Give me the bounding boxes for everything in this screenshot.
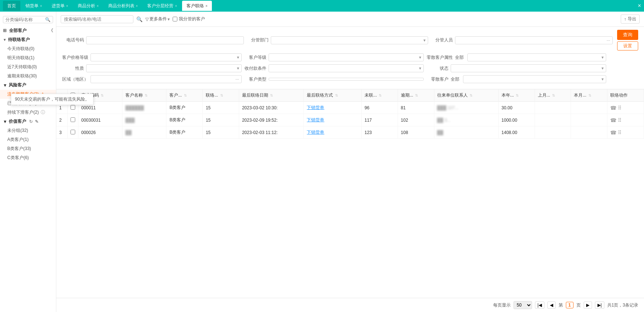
more-action-icon[interactable]: ⠿ [618,117,621,123]
nav-tab-sales[interactable]: 销货单 × [21,1,47,11]
contact-action-icon[interactable]: ☎ [610,105,616,111]
filter-status-label: 状态 [427,65,448,72]
filter-gender-select[interactable]: ▾ [86,64,242,72]
sort-icon[interactable]: ⇅ [415,93,418,97]
settings-button[interactable]: 设置 [617,41,638,50]
close-icon[interactable]: × [66,4,68,8]
more-conditions-button[interactable]: ▽ 更多条件 ▾ [145,16,170,22]
filter-status-select[interactable]: ▾ [451,64,606,72]
current-page: 1 [566,302,573,308]
sidebar-item-unclassified[interactable]: 未分组(32) [0,126,56,135]
cell-last-method[interactable]: 下销货单 [304,114,362,126]
contact-method-link[interactable]: 下销货单 [307,130,324,135]
sidebar-item-class-c[interactable]: C类客户(6) [0,153,56,162]
sidebar-risk-title[interactable]: ▼ 风险客户 [0,81,56,90]
filter-customer-type-select[interactable] [269,78,424,81]
filter-manager: 分管人员 ··· [431,36,613,44]
my-customers-checkbox[interactable] [173,17,177,21]
sidebar-search-box[interactable]: 🔍 [3,16,53,23]
filter-zero-customer-select[interactable]: ▾ [463,75,606,83]
search-button[interactable]: 🔍 [136,16,142,22]
window-close-button[interactable]: × [638,3,641,9]
contact-action-icon[interactable]: ☎ [610,117,616,123]
export-button[interactable]: ↑ 导出 [621,15,640,24]
filter-customer-level-select[interactable]: ▾ [269,53,424,61]
filter-phone-input[interactable] [86,36,244,44]
search-input-wrapper[interactable] [61,15,133,23]
search-input[interactable] [64,17,130,22]
next-page-button[interactable]: ▶ [584,301,592,309]
sort-icon[interactable]: ⇅ [379,93,382,97]
row-checkbox[interactable] [71,105,75,110]
filter-region-input[interactable]: ··· [90,75,242,83]
nav-tab-analysis[interactable]: 商品分析 × [73,1,103,11]
filter-price-level-select[interactable]: ▾ [90,53,242,61]
edit-icon[interactable]: ✎ [35,119,39,124]
sort-icon[interactable]: ⇅ [145,93,148,97]
nav-tab-customer-tier[interactable]: 客户分层经营 × [143,1,181,11]
sidebar-item-declining[interactable]: 持续下滑客户(2) ⓘ [0,108,56,117]
close-icon[interactable]: × [40,4,42,8]
cell-action: ☎ ⠿ [607,102,644,114]
close-icon[interactable]: × [136,4,138,8]
sort-icon[interactable]: ⇅ [552,93,555,97]
cell-action: ☎ ⠿ [607,126,644,139]
sidebar-item-overdue[interactable]: 逾期未联络(30) [0,72,56,81]
sidebar-value-title[interactable]: ▼ 价值客户 ↻ ✎ [0,117,56,126]
sort-icon[interactable]: ⇅ [516,93,519,97]
sort-icon[interactable]: ⇅ [101,93,104,97]
sidebar-pending-contact-title[interactable]: ▼ 待联络客户 [0,35,56,44]
nav-tab-purchase[interactable]: 进货单 × [47,1,73,11]
more-action-icon[interactable]: ⠿ [618,105,621,111]
more-action-icon[interactable]: ⠿ [618,130,621,135]
cell-index: 2 [56,114,67,126]
nav-tab-customer-contact[interactable]: 客户联络 × [182,1,212,11]
sort-icon[interactable]: ⇅ [470,93,472,97]
contact-method-link[interactable]: 下销货单 [307,105,324,110]
per-page-select[interactable]: 50 100 200 [514,301,532,309]
nav-tab-analysis-list[interactable]: 商品分析列表 × [104,1,142,11]
sort-icon[interactable]: ⇅ [184,93,187,97]
sort-icon[interactable]: ⇅ [588,93,591,97]
filter-row-1: 电话号码 分管部门 ▾ 分管人员 ··· 查询 [62,30,638,50]
close-icon[interactable]: × [205,4,208,8]
cell-this-year: 1000.00 [498,114,535,126]
sidebar-item-class-b[interactable]: B类客户(33) [0,144,56,153]
my-customers-filter[interactable]: 我分管的客户 [173,16,205,22]
query-button[interactable]: 查询 [617,30,638,40]
cell-last-method[interactable]: 下销货单 [304,126,362,139]
sidebar-item-today[interactable]: 今天待联络(0) [0,44,56,53]
close-icon[interactable]: × [175,4,177,8]
cell-last-method[interactable]: 下销货单 [304,102,362,114]
sort-icon[interactable]: ⇅ [270,93,273,97]
filter-dept-select[interactable]: ▾ [271,36,428,44]
last-page-button[interactable]: ▶| [595,301,604,309]
filter-manager-input[interactable]: ··· [455,36,613,44]
filter-zero-attr-select[interactable]: ▾ [467,53,606,61]
contact-action-icon[interactable]: ☎ [610,130,616,135]
sidebar-all-customers[interactable]: ⊞ 全部客户 《 [0,26,56,35]
cell-checkbox[interactable] [67,114,78,126]
cell-checkbox[interactable] [67,126,78,139]
col-uncontacted: 未联... ⇅ [362,89,398,102]
row-checkbox[interactable] [71,117,75,122]
sidebar-item-class-a[interactable]: A类客户(1) [0,135,56,144]
sidebar-search-input[interactable] [5,17,45,22]
sidebar-item-tomorrow[interactable]: 明天待联络(1) [0,53,56,62]
nav-tab-customer-tier-label: 客户分层经营 [147,3,173,9]
chevron-down-icon: ▾ [423,38,426,43]
close-icon[interactable]: × [97,4,99,8]
nav-tab-home[interactable]: 首页 [3,1,20,11]
sort-icon[interactable]: ⇅ [220,93,223,97]
cell-contact-count: 15 [203,126,239,139]
refresh-icon[interactable]: ↻ [29,119,33,124]
cell-name: ██████ [122,102,166,114]
filter-payment-select[interactable]: ▾ [269,64,424,72]
first-page-button[interactable]: |◀ [535,301,544,309]
prev-page-button[interactable]: ◀ [547,301,556,309]
sort-icon[interactable]: ⇅ [335,93,338,97]
contact-method-link[interactable]: 下销货单 [307,117,324,122]
row-checkbox[interactable] [71,130,75,134]
main-layout: 🔍 ⊞ 全部客户 《 ▼ 待联络客户 今天待联络(0) 明天待联络(1) 近7天… [0,12,644,312]
sidebar-item-7days[interactable]: 近7天待联络(0) [0,62,56,72]
